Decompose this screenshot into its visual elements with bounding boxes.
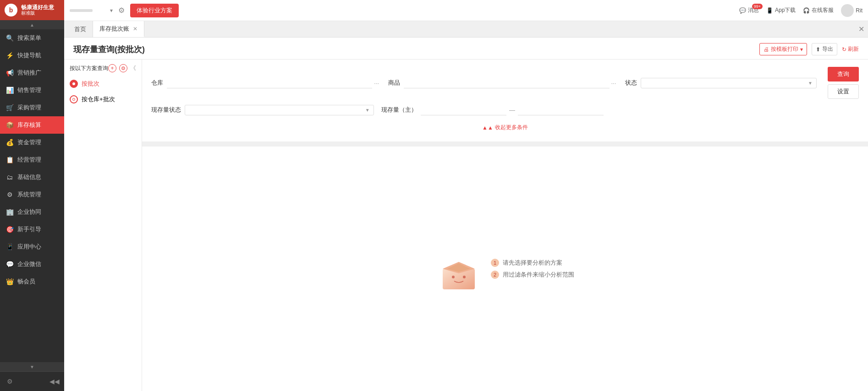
scheme-radio-filled	[70, 80, 78, 88]
tab-close-button[interactable]: ✕	[133, 26, 137, 32]
sidebar-item-label: 基础信息	[17, 173, 41, 181]
collapse-sidebar-button[interactable]: ◀◀	[49, 375, 60, 387]
sidebar-item-operations[interactable]: 📋 经营管理	[0, 151, 64, 168]
tabs-bar: 首页 库存批次账 ✕ ✕	[64, 21, 868, 38]
sidebar-nav: 🔍 搜索菜单 ⚡ 快捷导航 📢 营销推广 📊 销售管理 🛒 采购管理 📦 库存核…	[0, 29, 64, 362]
export-button[interactable]: ⬆ 导出	[812, 43, 837, 55]
left-panel-title: 按以下方案查询	[70, 65, 108, 72]
sidebar-item-label: 新手引导	[17, 225, 41, 234]
sidebar-item-system[interactable]: ⚙ 系统管理	[0, 186, 64, 203]
product-dots-button[interactable]: ···	[610, 78, 618, 88]
filter-row-1: 仓库 ··· 商品 ··· 状态 ▼	[151, 67, 859, 99]
sidebar: b 畅康通好生意 标准版 ▲ 🔍 搜索菜单 ⚡ 快捷导航 📢 营销推广 📊 销售…	[0, 0, 64, 391]
sidebar-item-quick-nav[interactable]: ⚡ 快捷导航	[0, 47, 64, 64]
sidebar-item-label: 营销推广	[17, 69, 41, 77]
trial-industry-button[interactable]: 体验行业方案	[130, 4, 179, 17]
topbar: ▾ ⚙ 体验行业方案 💬 消息 99+ 📱 App下载 🎧 在线客服 Rit	[64, 0, 868, 21]
stock-qty-range: —	[421, 104, 604, 115]
left-panel-icons: + ⚙ 《	[108, 64, 136, 72]
finance-icon: 💰	[5, 138, 14, 147]
svg-point-4	[452, 276, 455, 278]
settings-button[interactable]: 设置	[828, 84, 859, 99]
stock-status-select[interactable]: ▼	[185, 105, 374, 115]
export-label: 导出	[822, 45, 833, 53]
breadcrumb-dropdown[interactable]: ▾	[110, 7, 113, 14]
sidebar-item-wechat[interactable]: 💬 企业微信	[0, 255, 64, 273]
topbar-gear-icon[interactable]: ⚙	[118, 6, 125, 15]
breadcrumb-bar	[70, 9, 93, 12]
scheme-by-batch[interactable]: 按批次	[64, 76, 142, 92]
user-avatar-button[interactable]: Rit	[841, 4, 863, 17]
sidebar-item-label: 销售管理	[17, 86, 41, 94]
tab-inventory-batch[interactable]: 库存批次账 ✕	[93, 21, 144, 37]
print-icon: 🖨	[764, 46, 769, 53]
warehouse-input[interactable]	[167, 77, 372, 88]
empty-tip-2: 2 用过滤条件来缩小分析范围	[491, 271, 574, 279]
tab-home[interactable]: 首页	[68, 21, 93, 37]
sidebar-item-base[interactable]: 🗂 基础信息	[0, 168, 64, 186]
empty-tip-1: 1 请先选择要分析的方案	[491, 259, 574, 267]
inventory-icon: 📦	[5, 121, 14, 129]
sidebar-scroll-down[interactable]: ▼	[0, 362, 64, 371]
online-service-label: 在线客服	[812, 6, 834, 14]
page-title: 现存量查询(按批次)	[73, 44, 145, 55]
sidebar-item-new-guide[interactable]: 🎯 新手引导	[0, 221, 64, 238]
status-filter-label: 状态	[625, 79, 637, 87]
stock-qty-to-input[interactable]	[518, 104, 604, 115]
purchase-icon: 🛒	[5, 103, 14, 112]
page-header-actions: 🖨 按模板打印 ▾ ⬆ 导出 ↻ 刷新	[759, 43, 859, 55]
template-print-button[interactable]: 🖨 按模板打印 ▾	[759, 43, 807, 55]
online-service-button[interactable]: 🎧 在线客服	[803, 6, 834, 14]
sidebar-item-purchase[interactable]: 🛒 采购管理	[0, 99, 64, 116]
refresh-button[interactable]: ↻ 刷新	[842, 45, 859, 53]
sidebar-item-label: 企业协同	[17, 208, 41, 216]
main-content: 仓库 ··· 商品 ··· 状态 ▼	[142, 60, 868, 391]
add-scheme-button[interactable]: +	[108, 64, 116, 72]
left-panel: 按以下方案查询 + ⚙ 《 按批次 按仓库+批次	[64, 60, 142, 391]
sidebar-scroll-up[interactable]: ▲	[0, 20, 64, 29]
export-icon: ⬆	[816, 46, 820, 53]
app-name: 畅康通好生意	[21, 4, 54, 11]
filter-group-stock-qty: 现存量（主） —	[381, 104, 604, 115]
sidebar-item-sales[interactable]: 📊 销售管理	[0, 81, 64, 99]
sidebar-item-label: 系统管理	[17, 190, 41, 199]
app-download-button[interactable]: 📱 App下载	[766, 6, 796, 14]
scheme-by-warehouse-batch[interactable]: 按仓库+批次	[64, 92, 142, 107]
settings-footer-icon[interactable]: ⚙	[4, 375, 16, 387]
refresh-label: 刷新	[848, 45, 859, 53]
tip-text-2: 用过滤条件来缩小分析范围	[503, 271, 574, 279]
sidebar-item-label: 快捷导航	[17, 51, 41, 60]
messages-button[interactable]: 💬 消息 99+	[739, 6, 759, 14]
query-button[interactable]: 查询	[828, 67, 859, 81]
print-dropdown-icon[interactable]: ▾	[800, 46, 803, 53]
sidebar-item-search[interactable]: 🔍 搜索菜单	[0, 29, 64, 47]
stock-status-arrow: ▼	[365, 108, 370, 113]
stock-qty-from-input[interactable]	[421, 104, 506, 115]
warehouse-dots-button[interactable]: ···	[372, 78, 381, 88]
scheme-settings-button[interactable]: ⚙	[119, 64, 127, 72]
close-panel-button[interactable]: ✕	[858, 25, 864, 33]
tip-num-1: 1	[491, 259, 499, 267]
base-icon: 🗂	[5, 173, 14, 181]
stock-qty-label: 现存量（主）	[381, 106, 417, 114]
product-filter-label: 商品	[388, 79, 400, 87]
sidebar-item-finance[interactable]: 💰 资金管理	[0, 134, 64, 151]
content-divider	[142, 143, 868, 144]
filter-group-status: 状态 ▼	[625, 78, 817, 88]
tip-text-1: 请先选择要分析的方案	[503, 259, 562, 267]
collapse-panel-icon[interactable]: 《	[130, 64, 136, 72]
svg-point-5	[463, 276, 466, 278]
product-input[interactable]	[404, 77, 609, 88]
sidebar-item-inventory[interactable]: 📦 库存核算	[0, 116, 64, 134]
sidebar-item-marketing[interactable]: 📢 营销推广	[0, 64, 64, 81]
sidebar-item-member[interactable]: 👑 畅会员	[0, 273, 64, 290]
sidebar-item-app-center[interactable]: 📱 应用中心	[0, 238, 64, 255]
sidebar-item-enterprise[interactable]: 🏢 企业协同	[0, 203, 64, 221]
tip-num-2: 2	[491, 271, 499, 279]
empty-tips: 1 请先选择要分析的方案 2 用过滤条件来缩小分析范围	[491, 259, 574, 279]
collapse-more-conditions[interactable]: ▲▲ 收起更多条件	[151, 121, 859, 134]
status-select[interactable]: ▼	[641, 78, 817, 88]
wechat-icon: 💬	[5, 260, 14, 268]
sidebar-item-label: 搜索菜单	[17, 34, 41, 42]
filter-action-buttons: 查询 设置	[828, 67, 859, 99]
